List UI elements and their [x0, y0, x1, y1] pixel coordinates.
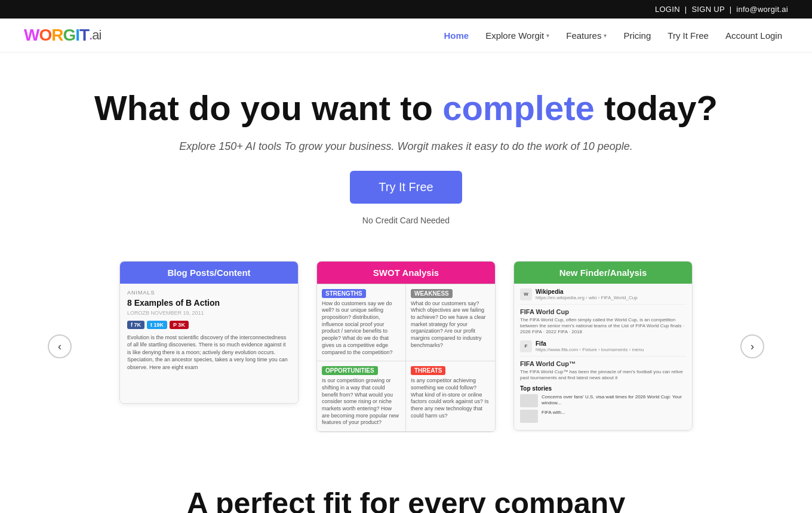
story-2: FIFA with... [520, 410, 686, 423]
fifa-icon: F [520, 340, 532, 352]
blog-title: 8 Examples of B Action [127, 298, 291, 308]
social-pinterest: P 3K [170, 321, 189, 329]
card-header-swot: SWOT Analysis [317, 262, 495, 284]
blog-tag: ANIMALS [127, 290, 291, 296]
swot-grid: STRENGTHS How do customers say we do wel… [317, 284, 495, 432]
nav-links: Home Explore Worgit ▾ Features ▾ Pricing… [438, 27, 788, 44]
chevron-down-icon: ▾ [604, 32, 607, 39]
finder-wiki-url: https://en.wikipedia.org › wiki › FIFA_W… [536, 295, 638, 300]
social-facebook: f 7K [127, 321, 144, 329]
logo[interactable]: WORGIT.ai [24, 26, 101, 45]
logo-i: I [75, 26, 79, 45]
navbar: WORGIT.ai Home Explore Worgit ▾ Features… [0, 19, 812, 53]
card-header-blog: Blog Posts/Content [120, 262, 298, 284]
social-twitter: t 19K [147, 321, 167, 329]
swot-w-label: WEAKNESS [411, 289, 453, 298]
finder-wiki-desc: The FIFA World Cup, often simply called … [520, 317, 686, 336]
swot-o-label: OPPORTUNITIES [322, 366, 378, 375]
nav-try-free[interactable]: Try It Free [662, 27, 715, 44]
perfect-fit-heading: A perfect fit for every company [24, 486, 788, 513]
finder-source-info: Wikipedia https://en.wikipedia.org › wik… [536, 288, 638, 300]
hero-section: What do you want to complete today? Expl… [0, 53, 812, 243]
nav-explore[interactable]: Explore Worgit ▾ [479, 27, 555, 44]
headline-highlight: complete [442, 88, 604, 127]
card-body-swot: STRENGTHS How do customers say we do wel… [317, 284, 495, 432]
logo-r: R [51, 26, 63, 45]
story-thumb-2 [520, 410, 538, 423]
subtitle-bold: Explore 150+ AI tools To grow your busin… [179, 140, 394, 152]
swot-t-text: Is any competitor achieving something we… [411, 377, 490, 419]
card-body-finder: W Wikipedia https://en.wikipedia.org › w… [514, 284, 692, 430]
swot-strengths: STRENGTHS How do customers say we do wel… [317, 284, 406, 362]
blog-social: f 7K t 19K P 3K [127, 321, 291, 329]
finder-wiki-title: Wikipedia [536, 288, 638, 295]
swot-t-label: THREATS [411, 366, 445, 375]
logo-w: W [24, 26, 39, 45]
finder-source-wiki: W Wikipedia https://en.wikipedia.org › w… [520, 288, 686, 305]
carousel-card-finder: New Finder/Analysis W Wikipedia https://… [513, 261, 693, 431]
nav-home[interactable]: Home [438, 27, 475, 44]
finder-fifa-title: Fifa [536, 340, 644, 347]
carousel-section: ‹ Blog Posts/Content ANIMALS 8 Examples … [0, 243, 812, 450]
finder-fifa-heading: FIFA World Cup™ [520, 360, 686, 367]
swot-w-text: What do our customers say? Which objecti… [411, 300, 490, 349]
swot-s-label: STRENGTHS [322, 289, 366, 298]
blog-author: LOROZB NOVEMBER 19, 2011 [127, 310, 291, 316]
logo-ai: ai [92, 27, 101, 43]
logo-t: T [79, 26, 89, 45]
story-thumb-1 [520, 394, 538, 407]
subtitle-regular: Worgit makes it easy to do the work of 1… [398, 140, 633, 152]
story-text-1: Concerns over fans' U.S. visa wait times… [542, 394, 686, 407]
swot-o-text: Is our competition growing or shifting i… [322, 377, 401, 426]
swot-weaknesses: WEAKNESS What do our customers say? Whic… [406, 284, 495, 362]
logo-g: G [63, 26, 75, 45]
top-stories-label: Top stories [520, 385, 686, 392]
headline-end: today? [604, 88, 718, 127]
card-body-blog: ANIMALS 8 Examples of B Action LOROZB NO… [120, 284, 298, 403]
story-1: Concerns over fans' U.S. visa wait times… [520, 394, 686, 407]
swot-s-text: How do customers say we do well? Is our … [322, 300, 401, 357]
finder-fifa-info: Fifa https://www.fifa.com › Fixture › to… [536, 340, 644, 352]
finder-source-fifa: F Fifa https://www.fifa.com › Fixture › … [520, 340, 686, 357]
swot-opportunities: OPPORTUNITIES Is our competition growing… [317, 361, 406, 432]
carousel-card-swot: SWOT Analysis STRENGTHS How do customers… [316, 261, 496, 432]
logo-o: O [39, 26, 51, 45]
wiki-icon: W [520, 288, 532, 300]
nav-account-login[interactable]: Account Login [719, 27, 788, 44]
login-link[interactable]: LOGIN [655, 5, 680, 14]
carousel-card-blog: Blog Posts/Content ANIMALS 8 Examples of… [119, 261, 299, 404]
no-credit-card-text: No Credit Card Needed [12, 216, 800, 225]
hero-headline: What do you want to complete today? [12, 88, 800, 128]
finder-fifa-url: https://www.fifa.com › Fixture › tournam… [536, 347, 644, 352]
separator2: | [730, 5, 732, 14]
separator1: | [685, 5, 687, 14]
carousel-next-button[interactable]: › [740, 334, 764, 358]
finder-fifa-desc: The FIFA World Cup™ has been the pinnacl… [520, 369, 686, 382]
nav-features[interactable]: Features ▾ [560, 27, 613, 44]
card-header-finder: New Finder/Analysis [514, 262, 692, 284]
finder-wiki-heading: FIFA World Cup [520, 308, 686, 315]
signup-link[interactable]: SIGN UP [691, 5, 724, 14]
carousel-track: Blog Posts/Content ANIMALS 8 Examples of… [72, 261, 740, 432]
topbar: LOGIN | SIGN UP | info@worgit.ai [0, 0, 812, 19]
carousel-prev-button[interactable]: ‹ [48, 334, 72, 358]
blog-text: Evolution is the most scientific discove… [127, 334, 291, 371]
swot-threats: THREATS Is any competitor achieving some… [406, 361, 495, 432]
headline-start: What do you want to [94, 88, 433, 127]
try-it-free-button[interactable]: Try It Free [350, 171, 462, 204]
nav-pricing[interactable]: Pricing [617, 27, 657, 44]
perfect-fit-section: A perfect fit for every company [0, 450, 812, 513]
hero-subtitle: Explore 150+ AI tools To grow your busin… [12, 140, 800, 153]
email-link[interactable]: info@worgit.ai [736, 5, 788, 14]
story-text-2: FIFA with... [542, 410, 565, 416]
chevron-down-icon: ▾ [546, 32, 549, 39]
